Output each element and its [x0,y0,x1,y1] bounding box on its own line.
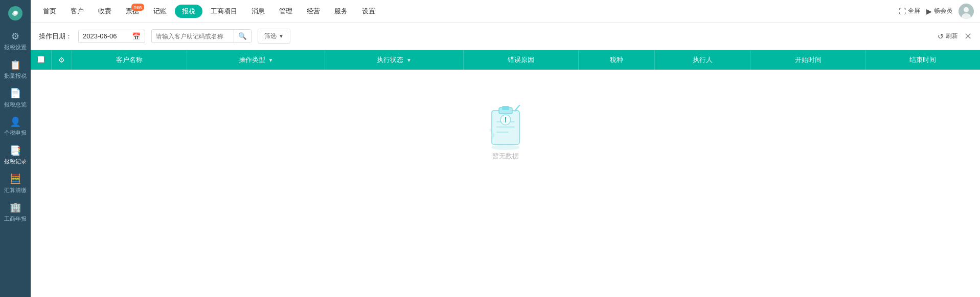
table-header: ⚙客户名称操作类型 ▼执行状态 ▼错误原因税种执行人开始时间结束时间 [31,50,980,70]
filter-icon-exec_status: ▼ [406,57,412,63]
page-content: 操作日期： 📅 🔍 筛选 ▼ ↺ 刷新 ✕ [31,23,980,297]
fullscreen-icon: ⛶ [899,7,906,15]
sidebar-item-label: 报税设置 [4,44,27,51]
nav-item-home[interactable]: 首页 [37,5,62,18]
top-navigation: 首页客户收费票据new记账报税工商项目消息管理经营服务设置 ⛶ 全屏 ▶ 畅会员 [31,0,980,23]
sidebar-item-personal-tax[interactable]: 👤个税申报 [2,112,29,141]
nav-item-services[interactable]: 服务 [328,5,354,18]
annual-report-icon: 🏢 [10,202,21,214]
sidebar-item-tax-records[interactable]: 📑报税记录 [2,141,29,169]
sidebar-item-batch-tax[interactable]: 📋批量报税 [2,55,29,84]
settings-icon: ⚙ [58,56,65,64]
nav-item-operations[interactable]: 经营 [301,5,326,18]
close-button[interactable]: ✕ [964,32,972,41]
filter-icon-op_type: ▼ [268,57,273,63]
svg-point-5 [491,145,520,150]
th-op_type[interactable]: 操作类型 ▼ [187,50,325,70]
settlement-icon: 🧮 [10,173,21,185]
main-content: 首页客户收费票据new记账报税工商项目消息管理经营服务设置 ⛶ 全屏 ▶ 畅会员 [31,0,980,297]
search-wrapper: 🔍 [151,29,252,43]
batch-tax-icon: 📋 [10,59,21,71]
svg-point-1 [14,11,17,14]
fullscreen-label: 全屏 [908,7,920,15]
tax-settings-icon: ⚙ [11,31,19,43]
nav-badge-invoice: new [131,4,144,11]
refresh-label: 刷新 [946,32,958,40]
data-table: ⚙客户名称操作类型 ▼执行状态 ▼错误原因税种执行人开始时间结束时间 [31,50,980,192]
select-all-checkbox[interactable] [37,56,44,63]
empty-illustration: ! [483,100,529,152]
svg-point-17 [489,129,491,132]
search-input[interactable] [152,30,234,43]
empty-state-row: ! 暂无数据 [31,70,980,192]
avatar[interactable] [959,4,974,19]
th-settings[interactable]: ⚙ [51,50,72,70]
sidebar-item-settlement[interactable]: 🧮汇算清缴 [2,169,29,198]
nav-item-settings[interactable]: 设置 [356,5,381,18]
sidebar-item-label: 个税申报 [4,129,27,136]
refresh-button[interactable]: ↺ 刷新 [938,32,958,40]
th-start_time: 开始时间 [750,50,865,70]
tax-overview-icon: 📄 [10,88,21,99]
svg-point-16 [491,133,494,137]
chevron-down-icon: ▼ [279,33,284,39]
table-body: ! 暂无数据 [31,70,980,192]
svg-text:!: ! [504,116,507,124]
th-client_name: 客户名称 [72,50,187,70]
nav-item-invoice[interactable]: 票据new [120,5,145,18]
search-icon: 🔍 [238,32,247,40]
empty-state: ! 暂无数据 [31,70,980,192]
nav-item-tax[interactable]: 报税 [175,5,202,18]
sidebar-item-label: 报税总览 [4,101,27,108]
th-checkbox[interactable] [31,50,51,70]
date-picker[interactable]: 📅 [78,30,145,43]
svg-line-14 [516,105,519,110]
fullscreen-button[interactable]: ⛶ 全屏 [899,7,920,15]
th-error_reason: 错误原因 [463,50,578,70]
table-container: ⚙客户名称操作类型 ▼执行状态 ▼错误原因税种执行人开始时间结束时间 [31,50,980,297]
date-label: 操作日期： [39,32,72,41]
date-input[interactable] [83,32,129,40]
vip-icon: ▶ [926,7,932,15]
sidebar-item-label: 汇算清缴 [4,186,27,194]
sidebar-item-annual-report[interactable]: 🏢工商年报 [2,198,29,226]
calendar-icon: 📅 [132,32,141,40]
sidebar-logo[interactable] [6,4,25,23]
nav-item-messages[interactable]: 消息 [245,5,271,18]
personal-tax-icon: 👤 [10,116,21,128]
svg-point-3 [964,7,969,12]
nav-item-accounts[interactable]: 记账 [147,5,173,18]
sidebar-item-label: 报税记录 [4,158,27,165]
sidebar-item-tax-settings[interactable]: ⚙报税设置 [2,27,29,55]
vip-button[interactable]: ▶ 畅会员 [926,7,952,15]
filter-label: 筛选 [264,32,277,40]
nav-items: 首页客户收费票据new记账报税工商项目消息管理经营服务设置 [37,5,899,18]
refresh-icon: ↺ [938,32,944,40]
nav-item-client[interactable]: 客户 [64,5,90,18]
topnav-right: ⛶ 全屏 ▶ 畅会员 [899,4,974,19]
empty-text: 暂无数据 [492,152,519,161]
nav-item-industry[interactable]: 工商项目 [204,5,243,18]
filter-button[interactable]: 筛选 ▼ [258,29,290,44]
nav-item-billing[interactable]: 收费 [92,5,118,18]
sidebar: ⚙报税设置📋批量报税📄报税总览👤个税申报📑报税记录🧮汇算清缴🏢工商年报 [0,0,31,297]
toolbar: 操作日期： 📅 🔍 筛选 ▼ ↺ 刷新 ✕ [31,23,980,50]
th-end_time: 结束时间 [865,50,980,70]
tax-records-icon: 📑 [10,145,21,157]
vip-label: 畅会员 [934,7,952,15]
toolbar-right: ↺ 刷新 ✕ [938,32,972,41]
nav-item-management[interactable]: 管理 [273,5,299,18]
th-executor: 执行人 [655,50,750,70]
th-tax_type: 税种 [579,50,655,70]
sidebar-item-label: 批量报税 [4,72,27,79]
search-button[interactable]: 🔍 [234,30,251,43]
svg-rect-8 [502,106,509,110]
sidebar-item-label: 工商年报 [4,215,27,222]
th-exec_status[interactable]: 执行状态 ▼ [325,50,464,70]
sidebar-item-tax-overview[interactable]: 📄报税总览 [2,83,29,112]
